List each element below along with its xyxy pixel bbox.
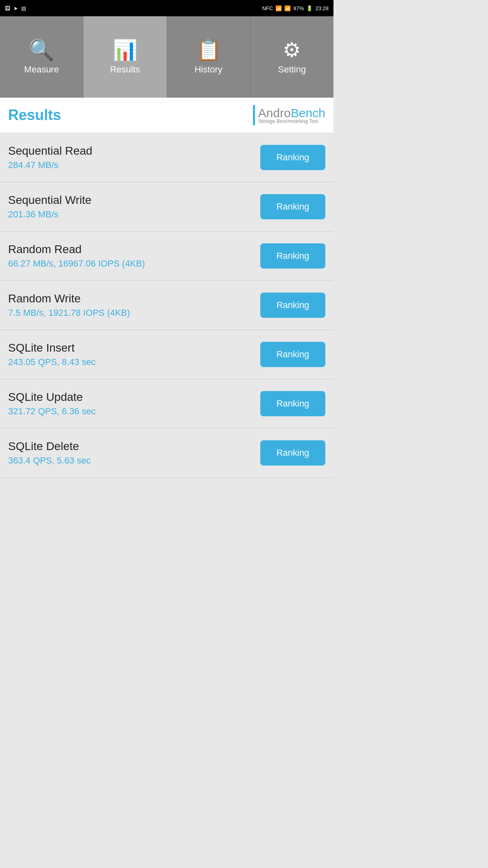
benchmark-row: SQLite Delete363.4 QPS, 5.63 secRanking xyxy=(0,429,333,478)
wifi-icon: 📶 xyxy=(275,5,282,11)
benchmark-info-0: Sequential Read284.47 MB/s xyxy=(8,144,260,171)
tab-results[interactable]: Results xyxy=(83,16,167,98)
benchmark-name-6: SQLite Delete xyxy=(8,440,260,453)
ranking-button-5[interactable]: Ranking xyxy=(260,391,325,416)
sim-icon: ▤ xyxy=(21,5,26,11)
tab-measure[interactable]: Measure xyxy=(0,16,83,98)
battery-label: 87% xyxy=(293,5,304,11)
ranking-button-1[interactable]: Ranking xyxy=(260,194,325,219)
benchmark-info-5: SQLite Update321.72 QPS, 6.36 sec xyxy=(8,391,260,417)
signal-icon: 📶 xyxy=(284,5,291,11)
benchmark-value-6: 363.4 QPS, 5.63 sec xyxy=(8,455,260,466)
brand-logo-text: AndroBench xyxy=(258,106,325,120)
nav-tabs: Measure Results History Setting xyxy=(0,16,333,98)
benchmark-value-0: 284.47 MB/s xyxy=(8,160,260,171)
benchmark-value-4: 243.05 QPS, 8.43 sec xyxy=(8,357,260,367)
status-left-icons: 🖼 ➤ ▤ xyxy=(5,5,26,11)
ranking-button-4[interactable]: Ranking xyxy=(260,342,325,367)
arrow-icon: ➤ xyxy=(13,5,18,11)
benchmark-row: SQLite Update321.72 QPS, 6.36 secRanking xyxy=(0,379,333,429)
brand-logo-right: AndroBench Storage Benchmarking Tool xyxy=(258,106,325,124)
image-icon: 🖼 xyxy=(5,5,10,11)
brand-bench: Bench xyxy=(291,106,325,120)
results-header: Results AndroBench Storage Benchmarking … xyxy=(0,98,333,133)
ranking-button-2[interactable]: Ranking xyxy=(260,243,325,269)
benchmark-value-1: 201.36 MB/s xyxy=(8,209,260,220)
benchmark-info-2: Random Read66.27 MB/s, 16967.06 IOPS (4K… xyxy=(8,243,260,269)
ranking-button-0[interactable]: Ranking xyxy=(260,145,325,170)
benchmark-name-1: Sequential Write xyxy=(8,194,260,207)
benchmark-value-5: 321.72 QPS, 6.36 sec xyxy=(8,406,260,417)
results-title: Results xyxy=(8,107,61,124)
benchmark-list: Sequential Read284.47 MB/sRankingSequent… xyxy=(0,133,333,478)
benchmark-info-4: SQLite Insert243.05 QPS, 8.43 sec xyxy=(8,341,260,367)
benchmark-name-3: Random Write xyxy=(8,292,260,305)
benchmark-value-3: 7.5 MB/s, 1921.78 IOPS (4KB) xyxy=(8,308,260,318)
benchmark-name-0: Sequential Read xyxy=(8,144,260,157)
nfc-label: NFC xyxy=(262,5,273,11)
brand-andro: Andro xyxy=(258,106,291,120)
status-right-info: NFC 📶 📶 87% 🔋 23:28 xyxy=(262,5,329,11)
settings-icon xyxy=(283,39,301,60)
benchmark-row: Sequential Write201.36 MB/sRanking xyxy=(0,182,333,232)
benchmark-info-3: Random Write7.5 MB/s, 1921.78 IOPS (4KB) xyxy=(8,292,260,318)
benchmark-info-1: Sequential Write201.36 MB/s xyxy=(8,194,260,220)
brand-sub: Storage Benchmarking Tool xyxy=(258,118,325,124)
battery-icon: 🔋 xyxy=(306,5,313,11)
time-label: 23:28 xyxy=(315,5,329,11)
tab-measure-label: Measure xyxy=(24,64,59,75)
tab-results-label: Results xyxy=(110,64,140,75)
tab-setting[interactable]: Setting xyxy=(251,16,333,98)
benchmark-name-4: SQLite Insert xyxy=(8,341,260,354)
benchmark-value-2: 66.27 MB/s, 16967.06 IOPS (4KB) xyxy=(8,258,260,269)
benchmark-name-5: SQLite Update xyxy=(8,391,260,404)
benchmark-row: Random Read66.27 MB/s, 16967.06 IOPS (4K… xyxy=(0,232,333,281)
benchmark-row: SQLite Insert243.05 QPS, 8.43 secRanking xyxy=(0,330,333,379)
ranking-button-6[interactable]: Ranking xyxy=(260,440,325,466)
benchmark-row: Random Write7.5 MB/s, 1921.78 IOPS (4KB)… xyxy=(0,281,333,330)
tab-setting-label: Setting xyxy=(278,64,306,75)
chart-icon xyxy=(112,39,137,60)
brand-logo-bar xyxy=(253,105,255,125)
tab-history-label: History xyxy=(194,64,222,75)
tab-history[interactable]: History xyxy=(167,16,251,98)
benchmark-info-6: SQLite Delete363.4 QPS, 5.63 sec xyxy=(8,440,260,466)
search-icon xyxy=(29,39,54,60)
ranking-button-3[interactable]: Ranking xyxy=(260,293,325,318)
history-icon xyxy=(196,39,221,60)
benchmark-name-2: Random Read xyxy=(8,243,260,256)
benchmark-row: Sequential Read284.47 MB/sRanking xyxy=(0,133,333,182)
brand-logo: AndroBench Storage Benchmarking Tool xyxy=(253,105,325,125)
status-bar: 🖼 ➤ ▤ NFC 📶 📶 87% 🔋 23:28 xyxy=(0,0,333,16)
